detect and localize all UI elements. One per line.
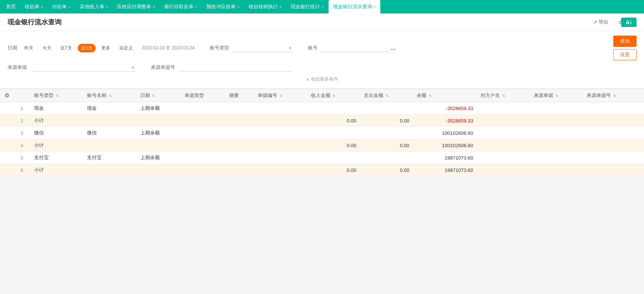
cell-counterparty [477,127,530,139]
cell-date: 上期余额 [137,152,181,164]
cell-index: 5 [14,152,30,164]
settings-button[interactable]: 设置 [613,49,636,60]
query-button[interactable]: 查询 [613,36,636,47]
cell-balance: -3528659.33 [413,115,477,127]
cell-income: 0.00 [307,164,360,176]
nav-item-付款单[interactable]: 付款单× [48,0,75,13]
source-doc-select-wrapper: ▾ [31,63,136,72]
table-row: 2小计0.000.00-3528659.33 [0,115,644,127]
nav-item-预收冲应收单[interactable]: 预收冲应收单× [202,0,244,13]
table-row: 6小计0.000.0019871073.60 [0,164,644,176]
gear-icon[interactable]: ⚙ [5,92,9,98]
th-source_doc_no[interactable]: 来源单据号 ⇅ [583,89,644,102]
nav-item-收款单[interactable]: 收款单× [20,0,48,13]
nav-item-其他收入单[interactable]: 其他收入单× [75,0,113,13]
sort-icon: ⇅ [279,94,282,98]
cell-account_type: 现金 [30,102,83,115]
cell-summary [225,164,254,176]
th-income[interactable]: 收入金额 ⇅ [307,89,360,102]
close-icon[interactable]: × [153,0,155,13]
th-counterparty[interactable]: 对方户名 ⇅ [477,89,530,102]
close-icon[interactable]: × [68,0,71,13]
account-no-label: 账号 [308,45,318,51]
cell-doc_type [181,127,225,139]
cell-expense [360,102,413,115]
sort-icon: ⇅ [386,94,389,98]
cell-counterparty [477,115,530,127]
source-doc-select[interactable] [31,63,136,72]
close-icon[interactable]: × [106,0,108,13]
source-doc-no-label: 来源单据号 [151,64,175,71]
collapse-bar[interactable]: ∧ 收起更多条件 [8,75,636,85]
nav-item-银行存取款单[interactable]: 银行存取款单× [160,0,202,13]
close-icon[interactable]: × [41,0,43,13]
sort-icon: ⇅ [613,94,616,98]
table-container: ⚙账号类型 ⇅账号名称 ⇅日期 ⇅单据类型摘要单据编号 ⇅收入金额 ⇅支出金额 … [0,89,644,176]
th-doc_type: 单据类型 [181,89,225,102]
cell-account_name: 微信 [83,127,136,139]
cell-doc_type [181,164,225,176]
nav-item-首页[interactable]: 首页 [2,0,20,13]
sort-icon: ⇅ [502,94,505,98]
data-table: ⚙账号类型 ⇅账号名称 ⇅日期 ⇅单据类型摘要单据编号 ⇅收入金额 ⇅支出金额 … [0,89,644,176]
cell-doc_no [254,127,307,139]
nav-item-应收应付调整单[interactable]: 应收应付调整单× [113,0,159,13]
collapse-label: 收起更多条件 [311,76,338,82]
th-doc_no[interactable]: 单据编号 ⇅ [254,89,307,102]
date-btn-更多[interactable]: 更多 [98,44,114,52]
close-icon[interactable]: × [321,0,324,13]
source-doc-label: 来源单据 [8,64,27,71]
nav-item-现金银行流水查询[interactable]: 现金银行流水查询× [329,0,380,13]
close-icon[interactable]: × [237,0,239,13]
date-btn-近1月[interactable]: 近1月 [78,44,96,52]
date-btn-今天[interactable]: 今天 [39,44,55,52]
close-icon[interactable]: × [374,0,376,13]
account-no-input[interactable] [321,44,389,52]
cell-account_name: 支付宝 [83,152,136,164]
cell-doc_no [254,102,307,115]
cell-income [307,152,360,164]
cell-income [307,102,360,115]
date-btn-自定义[interactable]: 自定义 [116,44,136,52]
date-btn-昨天[interactable]: 昨天 [21,44,37,52]
th-index [14,89,30,102]
th-balance[interactable]: 余额 ⇅ [413,89,477,102]
account-type-select-wrapper: ▾ [233,44,293,52]
account-no-dots-button[interactable]: ... [390,45,395,51]
th-account_type[interactable]: 账号类型 ⇅ [30,89,83,102]
table-row: 3微信微信上期余额100102606.60 [0,127,644,139]
sort-icon: ⇅ [332,94,335,98]
close-icon[interactable]: × [195,0,197,13]
cell-doc_no [254,115,307,127]
th-account_name[interactable]: 账号名称 ⇅ [83,89,136,102]
table-header: ⚙账号类型 ⇅账号名称 ⇅日期 ⇅单据类型摘要单据编号 ⇅收入金额 ⇅支出金额 … [0,89,644,102]
cell-doc_no [254,164,307,176]
nav-item-现金银行统计[interactable]: 现金银行统计× [286,0,328,13]
cell-income: 0.00 [307,115,360,127]
cell-counterparty [477,102,530,115]
date-btn-近7天[interactable]: 近7天 [57,44,75,52]
source-doc-no-input[interactable] [179,63,291,72]
sort-icon: ⇅ [152,94,155,98]
export-button[interactable]: ↗ 导出 [590,17,611,27]
account-type-select[interactable] [233,44,293,52]
nav-item-收款核销执行[interactable]: 收款核销执行× [244,0,286,13]
cell-source_doc_no [583,139,644,152]
top-nav: 首页收款单×付款单×其他收入单×应收应付调整单×银行存取款单×预收冲应收单×收款… [0,0,644,13]
cell-index: 4 [14,139,30,152]
date-label: 日期 [8,45,17,51]
cell-index: 2 [14,115,30,127]
cell-counterparty [477,139,530,152]
th-source_doc[interactable]: 来源单据 ⇅ [530,89,583,102]
cell-account_type: 微信 [30,127,83,139]
page-title: 现金银行流水查询 [8,18,62,27]
cell-expense: 0.00 [360,139,413,152]
cell-account_name [83,115,136,127]
close-icon[interactable]: × [279,0,282,13]
cell-source_doc [530,164,583,176]
th-expense[interactable]: 支出金额 ⇅ [360,89,413,102]
cell-date [137,139,181,152]
cell-source_doc [530,127,583,139]
cell-expense: 0.00 [360,164,413,176]
th-date[interactable]: 日期 ⇅ [137,89,181,102]
